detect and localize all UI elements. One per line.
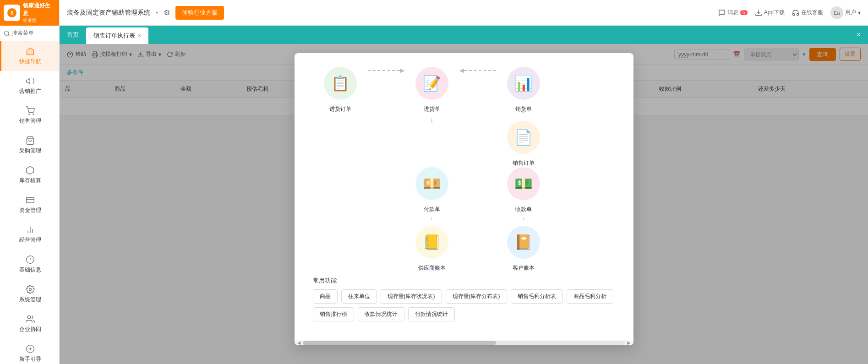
purchase-order-icon: 📋 bbox=[324, 67, 357, 100]
payment-bill-label: 付款单 bbox=[424, 206, 440, 213]
arrow-h1: ▶ bbox=[368, 67, 404, 84]
svg-point-2 bbox=[5, 31, 9, 35]
top-header: 装备及固定资产辅助管理系统 ▾ ⚙ 体验行业方案 消息 5 App下载 在线客服 bbox=[60, 0, 868, 26]
tab-close-btn[interactable]: × bbox=[138, 33, 141, 39]
sales-bill-icon: 📊 bbox=[507, 67, 540, 100]
scroll-track bbox=[303, 341, 625, 345]
customer-account-label: 客户账本 bbox=[513, 264, 535, 272]
search-icon bbox=[4, 30, 10, 37]
logo-text: 畅康通好生意 标准版 bbox=[23, 2, 55, 24]
func-buttons-row1: 商品 往来单位 现存量(库存状况表) 现存量(库存分布表) 销售毛利分析表 商品… bbox=[313, 289, 615, 304]
box-icon bbox=[26, 166, 35, 175]
receipt-bill-icon: 💵 bbox=[507, 167, 540, 200]
sidebar-item-enterprise[interactable]: 企业协同 bbox=[0, 309, 59, 339]
app-download-btn[interactable]: App下载 bbox=[755, 9, 785, 16]
sidebar-item-finance[interactable]: 资金管理 bbox=[0, 190, 59, 220]
receipt-bill-label: 收款单 bbox=[515, 206, 532, 213]
tab-home[interactable]: 首页 bbox=[60, 26, 86, 44]
cart-icon bbox=[26, 106, 35, 115]
sidebar-search[interactable]: 搜索菜单 bbox=[0, 26, 59, 41]
func-buttons-row2: 销售排行榜 收款情况统计 付款情况统计 bbox=[313, 307, 615, 321]
flow-modal: 📋 进货订单 ▶ 📝 进货单 bbox=[295, 53, 633, 345]
sidebar-item-sales[interactable]: 销售管理 bbox=[0, 101, 59, 130]
purchase-order-label: 进货订单 bbox=[329, 105, 351, 113]
svg-rect-7 bbox=[27, 197, 34, 203]
scroll-right-btn[interactable]: ▶ bbox=[625, 340, 633, 345]
supplier-account-label: 供应商账本 bbox=[418, 264, 446, 272]
svg-line-3 bbox=[8, 34, 10, 36]
scroll-thumb[interactable] bbox=[303, 341, 496, 345]
purchase-bill-icon: 📝 bbox=[415, 67, 448, 100]
purchase-bill-label: 进货单 bbox=[424, 105, 440, 113]
func-btn-stock-status[interactable]: 现存量(库存状况表) bbox=[381, 289, 442, 304]
svg-point-4 bbox=[29, 114, 30, 115]
sales-order-label: 销售订单 bbox=[513, 159, 535, 167]
settings-icon[interactable]: ⚙ bbox=[164, 8, 170, 17]
sidebar-item-basic-info[interactable]: 基础信息 bbox=[0, 250, 59, 279]
online-service-btn[interactable]: 在线客服 bbox=[792, 9, 823, 16]
megaphone-icon bbox=[26, 76, 35, 86]
down-arrow-purchase: ↓ bbox=[404, 113, 459, 126]
sidebar-item-newbie[interactable]: 新手引导 bbox=[0, 339, 59, 364]
sidebar: 6 畅康通好生意 标准版 搜索菜单 快捷导航 营销推广 bbox=[0, 0, 60, 364]
sidebar-item-inventory[interactable]: 库存核算 bbox=[0, 160, 59, 190]
payment-bill-icon: 💴 bbox=[415, 167, 448, 200]
message-icon bbox=[718, 9, 726, 16]
common-functions: 常用功能 商品 往来单位 现存量(库存状况表) 现存量(库存分布表) 销售毛利分… bbox=[313, 277, 615, 321]
info-icon bbox=[26, 255, 35, 264]
arrow-h2: ◀ bbox=[459, 67, 496, 84]
guide-icon bbox=[26, 344, 35, 353]
svg-text:6: 6 bbox=[11, 11, 13, 16]
func-btn-partners[interactable]: 往来单位 bbox=[341, 289, 377, 304]
handshake-icon bbox=[26, 315, 35, 324]
sidebar-item-system[interactable]: 系统管理 bbox=[0, 279, 59, 309]
system-dropdown-arrow[interactable]: ▾ bbox=[156, 10, 158, 15]
gear-icon bbox=[26, 285, 35, 294]
func-btn-sales-rank[interactable]: 销售排行榜 bbox=[313, 307, 354, 321]
func-btn-goods-profit[interactable]: 商品毛利分析 bbox=[567, 289, 613, 304]
header-actions: 消息 5 App下载 在线客服 Ea 用户 ▾ bbox=[718, 6, 861, 19]
func-btn-sales-profit[interactable]: 销售毛利分析表 bbox=[511, 289, 563, 304]
try-btn[interactable]: 体验行业方案 bbox=[175, 6, 224, 20]
sidebar-item-quick-nav[interactable]: 快捷导航 bbox=[0, 41, 59, 71]
svg-point-16 bbox=[27, 316, 31, 319]
func-btn-goods[interactable]: 商品 bbox=[313, 289, 338, 304]
supplier-account-icon: 📒 bbox=[415, 226, 448, 259]
flow-node-payment-bill: 💴 付款单 bbox=[404, 167, 459, 213]
func-btn-stock-dist[interactable]: 现存量(库存分布表) bbox=[446, 289, 507, 304]
svg-point-5 bbox=[33, 114, 34, 115]
headset-icon bbox=[792, 9, 799, 16]
func-btn-receipt-stats[interactable]: 收款情况统计 bbox=[358, 307, 404, 321]
sidebar-nav: 快捷导航 营销推广 销售管理 采购管理 库存核算 资金管理 bbox=[0, 41, 59, 364]
flow-node-customer-account: ↓ 📔 客户账本 bbox=[496, 213, 551, 272]
tab-bar: 首页 销售订单执行表 × × bbox=[60, 26, 868, 44]
content-area: 帮助 按模板打印 ▾ 导出 ▾ 刷新 📅 bbox=[60, 44, 868, 364]
scroll-left-btn[interactable]: ◀ bbox=[295, 340, 303, 345]
tab-close-all-btn[interactable]: × bbox=[857, 31, 861, 39]
customer-account-icon: 📔 bbox=[507, 226, 540, 259]
message-badge: 5 bbox=[740, 10, 748, 15]
flow-node-supplier-account: ↓ 📒 供应商账本 bbox=[404, 213, 459, 272]
user-menu[interactable]: Ea 用户 ▾ bbox=[830, 6, 861, 19]
flow-node-sales-order: ↓ 📄 销售订单 bbox=[496, 104, 551, 167]
modal-body: 📋 进货订单 ▶ 📝 进货单 bbox=[295, 53, 633, 334]
tab-sales-order-exec[interactable]: 销售订单执行表 × bbox=[86, 27, 148, 44]
message-btn[interactable]: 消息 5 bbox=[718, 9, 748, 16]
money-icon bbox=[26, 196, 35, 205]
sidebar-item-operations[interactable]: 经营管理 bbox=[0, 220, 59, 250]
system-title: 装备及固定资产辅助管理系统 bbox=[67, 9, 150, 17]
download-icon bbox=[755, 9, 762, 16]
flow-node-receipt-bill: 💵 收款单 bbox=[496, 167, 551, 213]
common-functions-title: 常用功能 bbox=[313, 277, 615, 285]
svg-point-15 bbox=[29, 288, 32, 291]
user-dropdown-arrow: ▾ bbox=[858, 10, 861, 16]
home-icon bbox=[26, 47, 35, 56]
logo-icon: 6 bbox=[4, 5, 20, 21]
func-btn-payment-stats[interactable]: 付款情况统计 bbox=[408, 307, 455, 321]
modal-overlay[interactable]: 📋 进货订单 ▶ 📝 进货单 bbox=[60, 44, 868, 364]
modal-scrollbar: ◀ ▶ bbox=[295, 340, 633, 345]
sidebar-item-purchase[interactable]: 采购管理 bbox=[0, 130, 59, 160]
sidebar-item-marketing[interactable]: 营销推广 bbox=[0, 71, 59, 101]
main-content: 装备及固定资产辅助管理系统 ▾ ⚙ 体验行业方案 消息 5 App下载 在线客服 bbox=[60, 0, 868, 364]
chart-icon bbox=[26, 225, 35, 234]
